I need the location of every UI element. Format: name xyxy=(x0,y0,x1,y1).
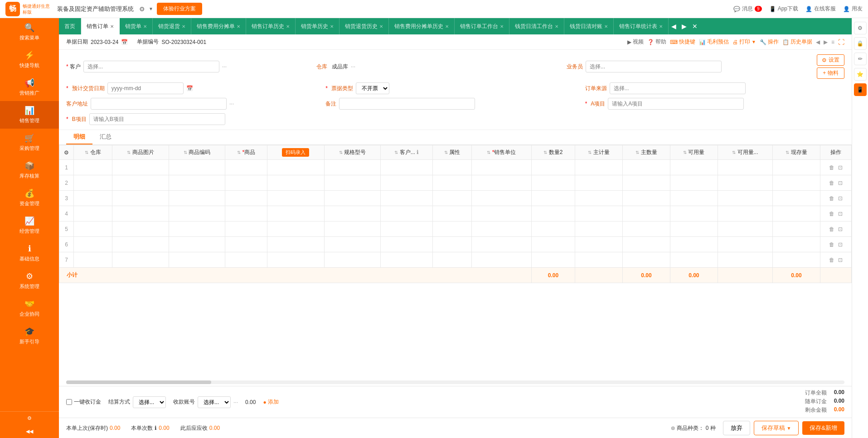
customer-input[interactable] xyxy=(83,61,219,72)
sidebar-item-purchase[interactable]: 🛒 采购管理 xyxy=(0,129,59,156)
address-more-icon[interactable]: ··· xyxy=(229,101,234,107)
tab-close-sales-order[interactable]: ✕ xyxy=(110,24,114,29)
horizontal-scrollbar[interactable] xyxy=(66,380,844,384)
tab-close-order-workbench[interactable]: ✕ xyxy=(500,24,504,29)
sort-code[interactable]: ⇅ xyxy=(184,150,187,155)
tab-summary[interactable]: 汇总 xyxy=(92,130,119,144)
delete-row-icon-4[interactable]: 🗑 xyxy=(829,211,834,217)
tab-order-workbench[interactable]: 销售订单工作台 ✕ xyxy=(455,18,509,34)
tab-close-invoice-history[interactable]: ✕ xyxy=(330,24,334,29)
tab-close-sales-return[interactable]: ✕ xyxy=(182,24,185,29)
copy-row-icon-5[interactable]: ⊡ xyxy=(838,226,843,232)
copy-row-icon-7[interactable]: ⊡ xyxy=(838,257,843,263)
a-project-input[interactable] xyxy=(608,98,744,110)
tab-expense-history[interactable]: 销售费用分摊单历史 ✕ xyxy=(389,18,455,34)
sort-main-qty[interactable]: ⇅ xyxy=(635,150,639,155)
add-button[interactable]: ● 添加 xyxy=(263,398,278,406)
tab-close-expense-history[interactable]: ✕ xyxy=(445,24,449,29)
save-new-button[interactable]: 保存&新增 xyxy=(802,421,844,435)
side-tool-edit[interactable]: ✏ xyxy=(854,53,867,65)
user-avatar[interactable]: 👤 用友 xyxy=(843,5,863,13)
delete-row-icon-1[interactable]: 🗑 xyxy=(829,164,834,171)
copy-row-icon-1[interactable]: ⊡ xyxy=(838,164,843,171)
copy-row-icon-6[interactable]: ⊡ xyxy=(838,241,843,248)
sidebar-item-finance[interactable]: 💰 资金管理 xyxy=(0,184,59,212)
delivery-date-input[interactable] xyxy=(107,82,184,94)
sort-product[interactable]: ⇅ xyxy=(237,150,241,155)
bank-account-select[interactable]: 选择... xyxy=(198,396,231,408)
add-material-button[interactable]: + 物料 xyxy=(817,67,844,79)
tab-list-btn[interactable]: ✕ xyxy=(689,23,700,30)
tab-next-btn[interactable]: ▶ xyxy=(679,23,689,30)
save-draft-button[interactable]: 保存草稿 ▼ xyxy=(754,421,799,435)
sidebar-footer-settings[interactable]: ⚙ xyxy=(0,412,59,425)
sidebar-item-quicknav[interactable]: ⚡ 快捷导航 xyxy=(0,46,59,73)
tab-close-sales-expense[interactable]: ✕ xyxy=(237,24,240,29)
tab-close-daily-workbench[interactable]: ✕ xyxy=(555,24,558,29)
order-source-input[interactable] xyxy=(610,82,746,94)
solution-button[interactable]: 体验行业方案 xyxy=(157,3,202,15)
tab-daily-reconcile[interactable]: 钱货日清对账 ✕ xyxy=(564,18,614,34)
shortcut-action[interactable]: ⌨ 快捷键 xyxy=(670,38,695,46)
help-action[interactable]: ❓ 帮助 xyxy=(647,38,666,46)
sort-main-unit[interactable]: ⇅ xyxy=(588,150,592,155)
staff-input[interactable] xyxy=(586,61,722,72)
tab-sales-order[interactable]: 销售订单 ✕ xyxy=(81,18,120,34)
tab-prev-btn[interactable]: ◀ xyxy=(669,23,679,30)
sidebar-item-system[interactable]: ⚙ 系统管理 xyxy=(0,267,59,294)
pay-method-select[interactable]: 选择... xyxy=(133,396,166,408)
sidebar-item-search[interactable]: 🔍 搜索菜单 xyxy=(0,18,59,46)
th-settings[interactable]: ⚙ xyxy=(59,145,74,160)
copy-row-icon-2[interactable]: ⊡ xyxy=(838,180,843,186)
sort-unit[interactable]: ⇅ xyxy=(487,150,490,155)
invoice-type-select[interactable]: 不开票 xyxy=(356,82,389,94)
tab-home[interactable]: 首页 xyxy=(59,18,81,34)
address-input[interactable] xyxy=(91,98,227,110)
dropdown-icon[interactable]: ▼ xyxy=(149,6,153,11)
tab-order-stats[interactable]: 销售订单统计表 ✕ xyxy=(614,18,669,34)
tab-daily-workbench[interactable]: 钱货日清工作台 ✕ xyxy=(509,18,564,34)
side-tool-settings[interactable]: ⚙ xyxy=(854,22,867,34)
copy-row-icon-4[interactable]: ⊡ xyxy=(838,211,843,217)
side-tool-star[interactable]: ⭐ xyxy=(854,68,867,81)
history-action[interactable]: 📋 历史单据 xyxy=(782,38,812,46)
discard-button[interactable]: 放弃 xyxy=(723,421,750,435)
one-click-checkbox[interactable] xyxy=(66,399,72,405)
sort-warehouse[interactable]: ⇅ xyxy=(85,150,88,155)
copy-row-icon-3[interactable]: ⊡ xyxy=(838,195,843,202)
delete-row-icon-7[interactable]: 🗑 xyxy=(829,257,834,263)
customer-more-icon[interactable]: ··· xyxy=(222,63,227,70)
nav-next-btn[interactable]: ▶ xyxy=(824,39,828,45)
tab-sales-return[interactable]: 销货退货 ✕ xyxy=(153,18,191,34)
save-draft-dropdown-icon[interactable]: ▼ xyxy=(786,426,791,431)
scrollbar-thumb[interactable] xyxy=(66,380,211,384)
sidebar-collapse-button[interactable]: ◀◀ xyxy=(0,425,59,438)
msg-button[interactable]: 💬 消息 9 xyxy=(733,5,762,13)
op-action[interactable]: 🔧 操作 xyxy=(760,38,779,46)
profit-action[interactable]: 📊 毛利预估 xyxy=(699,38,729,46)
tab-sales-expense[interactable]: 销售费用分摊单 ✕ xyxy=(191,18,246,34)
settings-button[interactable]: ⚙ 设置 xyxy=(817,54,844,66)
tab-close-sales-invoice[interactable]: ✕ xyxy=(143,24,147,29)
tab-close-order-history[interactable]: ✕ xyxy=(286,24,290,29)
sidebar-item-sales[interactable]: 📊 销售管理 xyxy=(0,101,59,129)
tab-return-history[interactable]: 销货退货历史 ✕ xyxy=(339,18,389,34)
sort-image[interactable]: ⇅ xyxy=(127,150,131,155)
tab-invoice-history[interactable]: 销货单历史 ✕ xyxy=(296,18,339,34)
sidebar-item-inventory[interactable]: 📦 库存核算 xyxy=(0,156,59,184)
sidebar-item-enterprise[interactable]: 🤝 企业协同 xyxy=(0,294,59,322)
sort-available2[interactable]: ⇅ xyxy=(732,150,736,155)
tab-close-return-history[interactable]: ✕ xyxy=(379,24,383,29)
side-tool-mobile[interactable]: 📱 xyxy=(854,83,867,96)
sidebar-item-basic-info[interactable]: ℹ 基础信息 xyxy=(0,239,59,267)
delete-row-icon-6[interactable]: 🗑 xyxy=(829,241,834,248)
calendar-icon[interactable]: 📅 xyxy=(121,39,128,45)
sort-spec[interactable]: ⇅ xyxy=(339,150,343,155)
sort-stock[interactable]: ⇅ xyxy=(786,150,789,155)
settings-icon[interactable]: ⚙ xyxy=(139,5,145,13)
b-project-input[interactable] xyxy=(89,113,225,125)
nav-prev-btn[interactable]: ◀ xyxy=(816,39,820,45)
video-action[interactable]: ▶ 视频 xyxy=(627,38,644,46)
app-download-button[interactable]: 📱 App下载 xyxy=(769,5,798,13)
sort-customer[interactable]: ⇅ xyxy=(394,150,398,155)
